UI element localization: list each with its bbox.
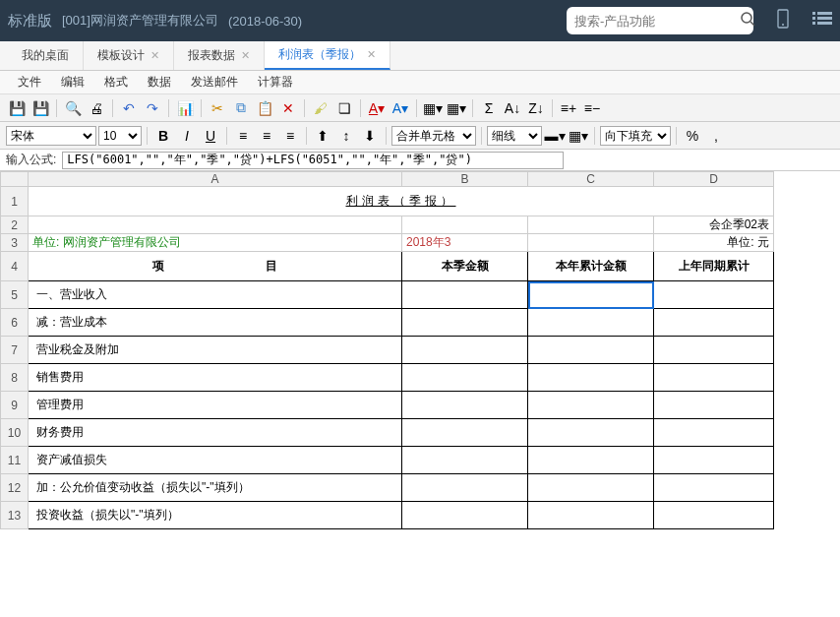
search-icon[interactable] — [740, 11, 755, 31]
item-cell[interactable]: 加：公允价值变动收益（损失以"-"填列） — [29, 474, 402, 502]
header-item[interactable]: 项 目 — [29, 252, 402, 281]
row-header[interactable]: 13 — [1, 502, 29, 529]
header-quarter[interactable]: 本季金额 — [402, 252, 528, 281]
value-cell[interactable] — [654, 447, 774, 474]
search-box[interactable] — [567, 7, 753, 34]
row-header[interactable]: 12 — [1, 474, 29, 502]
search-input[interactable] — [574, 14, 740, 29]
item-cell[interactable]: 管理费用 — [29, 392, 402, 419]
value-cell[interactable] — [402, 419, 528, 447]
header-prev[interactable]: 上年同期累计 — [654, 252, 774, 281]
value-cell[interactable] — [402, 309, 528, 337]
comma-button[interactable]: , — [705, 125, 727, 147]
tab-2[interactable]: 报表数据✕ — [174, 41, 265, 70]
value-cell[interactable] — [402, 364, 528, 392]
line-select[interactable]: 细线 — [487, 126, 542, 146]
row-header[interactable]: 11 — [1, 447, 29, 474]
value-cell[interactable] — [654, 392, 774, 419]
company-cell[interactable]: 单位: 网润资产管理有限公司 — [29, 234, 402, 252]
undo-icon[interactable]: ↶ — [118, 97, 140, 119]
value-cell[interactable] — [402, 281, 528, 309]
close-icon[interactable]: ✕ — [367, 48, 376, 61]
valign-top-icon[interactable]: ⬆ — [312, 125, 333, 147]
row-header[interactable]: 5 — [1, 281, 29, 309]
value-cell[interactable] — [654, 502, 774, 529]
value-cell[interactable] — [654, 309, 774, 337]
percent-button[interactable]: % — [682, 125, 703, 147]
item-cell[interactable]: 一、营业收入 — [29, 281, 402, 309]
row-header[interactable]: 8 — [1, 364, 29, 392]
menu-item-5[interactable]: 计算器 — [248, 71, 303, 93]
cut-icon[interactable]: ✂ — [207, 97, 228, 119]
item-cell[interactable]: 财务费用 — [29, 419, 402, 447]
value-cell[interactable] — [402, 502, 528, 529]
valign-bot-icon[interactable]: ⬇ — [359, 125, 381, 147]
align-left-icon[interactable]: ≡ — [232, 125, 254, 147]
value-cell[interactable] — [528, 281, 654, 309]
tab-1[interactable]: 模板设计✕ — [84, 41, 174, 70]
copy-icon[interactable]: ⧉ — [230, 97, 252, 119]
cell[interactable] — [29, 216, 402, 234]
value-cell[interactable] — [654, 474, 774, 502]
spreadsheet[interactable]: A B C D 1 利润表（季报） 2 会企季02表 3 单位: 网润资产管理有… — [0, 171, 840, 529]
corner-cell[interactable] — [1, 172, 29, 187]
period-cell[interactable]: 2018年3 — [402, 234, 528, 252]
chart-icon[interactable]: 📊 — [174, 97, 196, 119]
value-cell[interactable] — [654, 337, 774, 364]
col-header-c[interactable]: C — [528, 172, 654, 187]
border2-icon[interactable]: ▦▾ — [446, 97, 467, 119]
item-cell[interactable]: 营业税金及附加 — [29, 337, 402, 364]
row-header[interactable]: 4 — [1, 252, 29, 281]
row-header[interactable]: 2 — [1, 216, 29, 234]
value-cell[interactable] — [402, 474, 528, 502]
unit-cell[interactable]: 单位: 元 — [654, 234, 774, 252]
align-right-icon[interactable]: ≡ — [279, 125, 301, 147]
insert-row-icon[interactable]: ≡+ — [558, 97, 579, 119]
row-header[interactable]: 9 — [1, 392, 29, 419]
cell[interactable] — [528, 234, 654, 252]
value-cell[interactable] — [528, 364, 654, 392]
row-header[interactable]: 10 — [1, 419, 29, 447]
item-cell[interactable]: 减：营业成本 — [29, 309, 402, 337]
bold-button[interactable]: B — [152, 125, 174, 147]
value-cell[interactable] — [528, 309, 654, 337]
valign-mid-icon[interactable]: ↕ — [335, 125, 357, 147]
menu-item-0[interactable]: 文件 — [8, 71, 51, 93]
row-header[interactable]: 1 — [1, 187, 29, 216]
close-icon[interactable]: ✕ — [241, 49, 250, 62]
value-cell[interactable] — [528, 502, 654, 529]
font-select[interactable]: 宋体 — [6, 126, 96, 146]
sum-icon[interactable]: Σ — [478, 97, 500, 119]
item-cell[interactable]: 投资收益（损失以"-"填列） — [29, 502, 402, 529]
align-center-icon[interactable]: ≡ — [256, 125, 277, 147]
menu-item-3[interactable]: 数据 — [138, 71, 181, 93]
report-title[interactable]: 利润表（季报） — [29, 187, 774, 216]
close-icon[interactable]: ✕ — [150, 49, 159, 62]
border-icon[interactable]: ▦▾ — [422, 97, 444, 119]
brush-icon[interactable]: 🖌 — [310, 97, 331, 119]
sort-asc-icon[interactable]: A↓ — [502, 97, 523, 119]
print-icon[interactable]: 🖨 — [86, 97, 107, 119]
value-cell[interactable] — [654, 281, 774, 309]
row-header[interactable]: 3 — [1, 234, 29, 252]
value-cell[interactable] — [528, 419, 654, 447]
value-cell[interactable] — [402, 392, 528, 419]
formula-input[interactable] — [62, 152, 564, 169]
mobile-icon[interactable] — [775, 9, 791, 33]
value-cell[interactable] — [528, 337, 654, 364]
bg-color-icon[interactable]: A▾ — [390, 97, 411, 119]
tab-0[interactable]: 我的桌面 — [8, 41, 84, 70]
border-style-icon[interactable]: ▦▾ — [568, 125, 589, 147]
menu-item-4[interactable]: 发送邮件 — [181, 71, 248, 93]
underline-button[interactable]: U — [200, 125, 221, 147]
value-cell[interactable] — [528, 447, 654, 474]
value-cell[interactable] — [528, 474, 654, 502]
cell[interactable] — [528, 216, 654, 234]
menu-item-2[interactable]: 格式 — [94, 71, 138, 93]
value-cell[interactable] — [654, 419, 774, 447]
redo-icon[interactable]: ↷ — [142, 97, 163, 119]
save-icon[interactable]: 💾 — [6, 97, 28, 119]
cell[interactable] — [402, 216, 528, 234]
value-cell[interactable] — [402, 337, 528, 364]
sort-desc-icon[interactable]: Z↓ — [525, 97, 547, 119]
